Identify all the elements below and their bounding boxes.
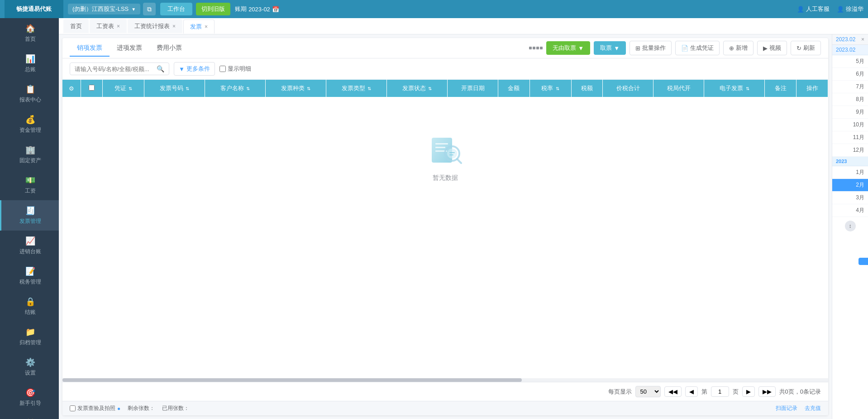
first-page-btn[interactable]: ◀◀ (664, 386, 682, 397)
invoice-no-sort-icon[interactable]: ⇅ (186, 86, 189, 91)
recharge-link[interactable]: 去充值 (805, 405, 821, 412)
copy-button[interactable]: ⧉ (143, 3, 156, 15)
customer-sort-icon[interactable]: ⇅ (246, 86, 250, 91)
support-link[interactable]: 👤 人工客服 (797, 5, 830, 13)
sales-icon: 📈 (25, 236, 35, 246)
sidebar-item-salary[interactable]: 💵 工资 (0, 170, 59, 200)
col-customer[interactable]: 客户名称 ⇅ (205, 80, 266, 97)
sub-tab-expense[interactable]: 费用小票 (149, 40, 189, 57)
voucher-sort-icon[interactable]: ⇅ (129, 86, 132, 91)
date-header1: 2023.02 (836, 36, 855, 43)
col-settings[interactable]: ⚙ (62, 80, 81, 97)
tab-invoice[interactable]: 发票 × (183, 19, 215, 34)
date-item-2023-2[interactable]: 2月 (832, 179, 868, 192)
sub-tab-sales-invoice[interactable]: 销项发票 (70, 40, 110, 57)
date-item-2023-3[interactable]: 3月 (832, 192, 868, 204)
date-item-9[interactable]: 9月 (832, 106, 868, 119)
e-invoice-sort-icon[interactable]: ⇅ (746, 86, 749, 91)
sidebar-item-assets[interactable]: 🏢 固定资产 (0, 140, 59, 170)
scan-record-link[interactable]: 扫面记录 (776, 405, 797, 412)
tab-salary-stats-close[interactable]: × (172, 23, 176, 29)
open-date-btn[interactable]: 开账日期 (858, 258, 868, 265)
take-button[interactable]: 取票 ▼ (594, 41, 626, 55)
page-size-select[interactable]: 50 100 200 (635, 386, 661, 397)
col-invoice-cat[interactable]: 发票类型 ⇅ (326, 80, 387, 97)
sidebar-item-settle[interactable]: 🔒 结账 (0, 291, 59, 322)
scrollbar-thumb[interactable] (62, 378, 522, 382)
col-tax-total[interactable]: 价税合计 (603, 80, 653, 97)
tab-salary[interactable]: 工资表 × (90, 19, 127, 33)
sidebar-item-home[interactable]: 🏠 首页 (0, 18, 59, 48)
tax-icon: 📝 (25, 266, 35, 276)
col-invoice-type[interactable]: 发票种类 ⇅ (266, 80, 326, 97)
tax-rate-sort-icon[interactable]: ⇅ (556, 86, 559, 91)
select-all-checkbox[interactable] (89, 85, 95, 91)
sidebar-item-settings[interactable]: ⚙️ 设置 (0, 352, 59, 382)
grid-view-icon[interactable] (529, 47, 543, 49)
display-detail-checkbox[interactable]: 显示明细 (219, 65, 251, 73)
date-item-6[interactable]: 6月 (832, 68, 868, 81)
col-remark[interactable]: 备注 (765, 80, 796, 97)
prev-page-btn[interactable]: ◀ (685, 386, 698, 397)
workspace-button[interactable]: 工作台 (160, 3, 192, 15)
invoice-cat-sort-icon[interactable]: ⇅ (367, 86, 371, 91)
detail-checkbox-input[interactable] (219, 66, 226, 72)
horizontal-scrollbar[interactable] (62, 378, 828, 382)
switch-version-button[interactable]: 切到旧版 (196, 3, 230, 15)
date-item-12[interactable]: 12月 (832, 144, 868, 157)
tab-home[interactable]: 首页 (63, 19, 89, 33)
date-item-7[interactable]: 7月 (832, 81, 868, 93)
search-input[interactable] (75, 66, 154, 72)
date-item-8[interactable]: 8月 (832, 93, 868, 106)
last-page-btn[interactable]: ▶▶ (758, 386, 776, 397)
date-item-11[interactable]: 11月 (832, 131, 868, 144)
date-item-2023-4[interactable]: 4月 (832, 204, 868, 217)
sub-tab-purchase-invoice[interactable]: 进项发票 (110, 40, 149, 57)
next-page-btn[interactable]: ▶ (742, 386, 755, 397)
sidebar-item-sales[interactable]: 📈 进销台账 (0, 231, 59, 261)
sidebar-label-settings: 设置 (25, 369, 36, 377)
invoice-check-checkbox[interactable] (70, 405, 76, 411)
expand-panel-btn[interactable]: ↕ (845, 221, 856, 231)
sidebar-item-archive[interactable]: 📁 归档管理 (0, 322, 59, 352)
tab-invoice-close[interactable]: × (205, 24, 208, 30)
col-checkbox[interactable] (81, 80, 103, 97)
col-action[interactable]: 操作 (796, 80, 828, 97)
sidebar-item-tax[interactable]: 📝 税务管理 (0, 261, 59, 291)
tab-salary-close[interactable]: × (117, 23, 120, 29)
search-icon[interactable]: 🔍 (157, 65, 164, 72)
video-button[interactable]: ▶ 视频 (757, 41, 787, 55)
sidebar-item-member[interactable]: 👑 畅会员 (0, 413, 59, 419)
user-menu[interactable]: 👤 徐溢华 (837, 5, 863, 13)
sidebar-item-report[interactable]: 📋 报表中心 (0, 79, 59, 109)
generate-voucher-button[interactable]: 📄 生成凭证 (675, 41, 720, 55)
sidebar-item-finance[interactable]: 💰 资金管理 (0, 109, 59, 140)
col-e-invoice[interactable]: 电子发票 ⇅ (704, 80, 765, 97)
new-button[interactable]: ⊕ 新增 (723, 41, 754, 55)
invoice-type-sort-icon[interactable]: ⇅ (307, 86, 310, 91)
col-amount[interactable]: 金额 (498, 80, 530, 97)
tab-salary-stats[interactable]: 工资统计报表 × (128, 19, 182, 33)
no-take-button[interactable]: 无由取票 ▼ (546, 41, 590, 55)
col-invoice-no[interactable]: 发票号码 ⇅ (144, 80, 205, 97)
col-open-date[interactable]: 开票日期 (448, 80, 498, 97)
sidebar-item-invoice[interactable]: 🧾 发票管理 (0, 200, 59, 231)
batch-op-button[interactable]: ⊞ 批量操作 (630, 41, 672, 55)
date-panel-close-icon[interactable]: × (861, 36, 864, 43)
col-invoice-status[interactable]: 发票状态 ⇅ (387, 80, 448, 97)
invoice-check-label[interactable]: 发票查验及拍照 ● (70, 405, 120, 412)
sidebar-item-guide[interactable]: 🎯 新手引导 (0, 382, 59, 413)
col-voucher[interactable]: 凭证 ⇅ (103, 80, 144, 97)
col-tax-amount[interactable]: 税额 (571, 80, 603, 97)
col-tax-rate[interactable]: 税率 ⇅ (529, 80, 571, 97)
page-input[interactable] (711, 386, 729, 397)
date-item-5[interactable]: 5月 (832, 55, 868, 68)
date-item-2023-1[interactable]: 1月 (832, 166, 868, 179)
date-item-10[interactable]: 10月 (832, 119, 868, 131)
sidebar-item-ledger[interactable]: 📊 总账 (0, 48, 59, 79)
invoice-status-sort-icon[interactable]: ⇅ (428, 86, 432, 91)
more-filter-button[interactable]: ▼ 更多条件 (174, 62, 215, 76)
col-tax-code[interactable]: 税局代开 (653, 80, 704, 97)
company-selector[interactable]: (勿删）江西股宝-LSS ▼ (68, 4, 140, 14)
refresh-button[interactable]: ↻ 刷新 (791, 41, 821, 55)
